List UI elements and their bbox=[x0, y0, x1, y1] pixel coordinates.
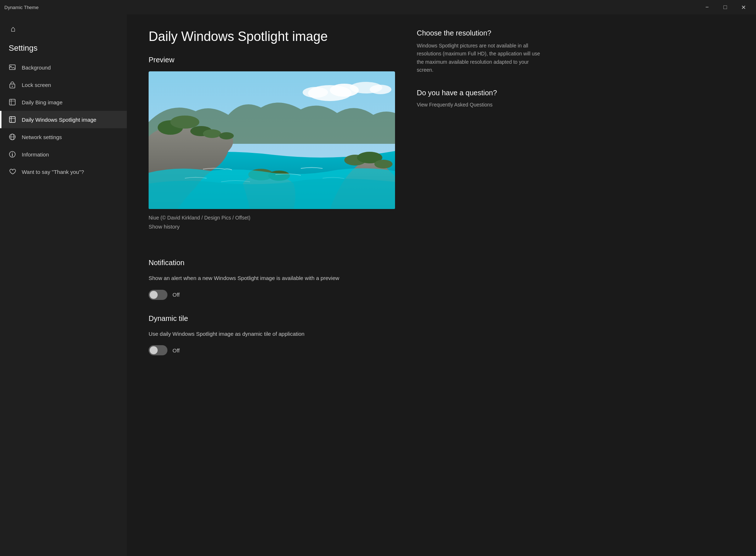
svg-point-23 bbox=[219, 132, 234, 139]
background-icon bbox=[9, 64, 16, 71]
dynamic-tile-toggle[interactable] bbox=[149, 345, 167, 355]
window-controls: − □ ✕ bbox=[699, 1, 752, 13]
info-icon bbox=[9, 151, 16, 158]
dynamic-tile-description: Use daily Windows Spotlight image as dyn… bbox=[149, 330, 395, 338]
notification-toggle-row: Off bbox=[149, 290, 395, 300]
notification-toggle[interactable] bbox=[149, 290, 167, 300]
question-title: Do you have a question? bbox=[417, 89, 540, 97]
preview-title: Preview bbox=[149, 56, 395, 64]
preview-image bbox=[149, 71, 395, 209]
main-content: Daily Windows Spotlight image Preview bbox=[127, 14, 756, 556]
home-icon: ⌂ bbox=[11, 24, 15, 34]
notification-toggle-label: Off bbox=[173, 292, 180, 298]
sidebar-item-background[interactable]: Background bbox=[0, 59, 127, 76]
bing-icon bbox=[9, 99, 16, 106]
sidebar-item-daily-spotlight[interactable]: Daily Windows Spotlight image bbox=[0, 111, 127, 128]
sidebar-label-background: Background bbox=[22, 64, 51, 71]
content-left: Daily Windows Spotlight image Preview bbox=[149, 29, 395, 542]
svg-point-12 bbox=[12, 152, 13, 153]
svg-point-18 bbox=[370, 85, 391, 94]
image-caption: Niue (© David Kirkland / Design Pics / O… bbox=[149, 215, 395, 221]
dynamic-tile-toggle-row: Off bbox=[149, 345, 395, 355]
maximize-button[interactable]: □ bbox=[717, 1, 734, 13]
dynamic-tile-toggle-label: Off bbox=[173, 347, 180, 354]
page-title: Daily Windows Spotlight image bbox=[149, 29, 395, 44]
notification-description: Show an alert when a new Windows Spotlig… bbox=[149, 274, 395, 283]
svg-point-16 bbox=[303, 87, 328, 98]
sidebar-label-information: Information bbox=[22, 151, 49, 158]
network-icon bbox=[9, 133, 16, 141]
minimize-button[interactable]: − bbox=[699, 1, 715, 13]
svg-point-20 bbox=[170, 116, 199, 129]
svg-rect-6 bbox=[9, 117, 15, 122]
home-button[interactable]: ⌂ bbox=[4, 20, 22, 38]
sidebar-label-thank-you: Want to say "Thank you"? bbox=[22, 169, 84, 175]
svg-point-26 bbox=[374, 160, 392, 168]
app-body: ⌂ Settings Background bbox=[0, 14, 756, 556]
lock-icon bbox=[9, 81, 16, 88]
sidebar-item-lock-screen[interactable]: Lock screen bbox=[0, 76, 127, 93]
sidebar-item-daily-bing[interactable]: Daily Bing image bbox=[0, 93, 127, 111]
app-title: Dynamic Theme bbox=[4, 5, 38, 10]
svg-point-22 bbox=[203, 129, 221, 138]
sidebar-item-thank-you[interactable]: Want to say "Thank you"? bbox=[0, 163, 127, 180]
sidebar-label-daily-bing: Daily Bing image bbox=[22, 99, 63, 105]
settings-label: Settings bbox=[0, 41, 127, 59]
svg-point-2 bbox=[11, 66, 12, 67]
title-bar: Dynamic Theme − □ ✕ bbox=[0, 0, 756, 14]
content-right: Choose the resolution? Windows Spotlight… bbox=[417, 29, 540, 542]
resolution-title: Choose the resolution? bbox=[417, 29, 540, 37]
heart-icon bbox=[9, 168, 16, 175]
sidebar-item-information[interactable]: Information bbox=[0, 146, 127, 163]
resolution-description: Windows Spotlight pictures are not avail… bbox=[417, 42, 540, 74]
notification-section: Notification Show an alert when a new Wi… bbox=[149, 259, 395, 300]
sidebar-item-network-settings[interactable]: Network settings bbox=[0, 128, 127, 146]
close-button[interactable]: ✕ bbox=[735, 1, 752, 13]
sidebar-label-lock-screen: Lock screen bbox=[22, 82, 51, 88]
dynamic-tile-title: Dynamic tile bbox=[149, 314, 395, 323]
show-history-link[interactable]: Show history bbox=[149, 223, 180, 230]
svg-point-4 bbox=[12, 86, 13, 87]
sidebar-label-network-settings: Network settings bbox=[22, 134, 62, 140]
notification-title: Notification bbox=[149, 259, 395, 267]
svg-rect-5 bbox=[9, 99, 15, 105]
sidebar: ⌂ Settings Background bbox=[0, 14, 127, 556]
spotlight-icon bbox=[9, 116, 16, 123]
dynamic-tile-section: Dynamic tile Use daily Windows Spotlight… bbox=[149, 314, 395, 356]
sidebar-label-daily-spotlight: Daily Windows Spotlight image bbox=[22, 117, 96, 123]
faq-link[interactable]: View Frequently Asked Questions bbox=[417, 102, 493, 108]
